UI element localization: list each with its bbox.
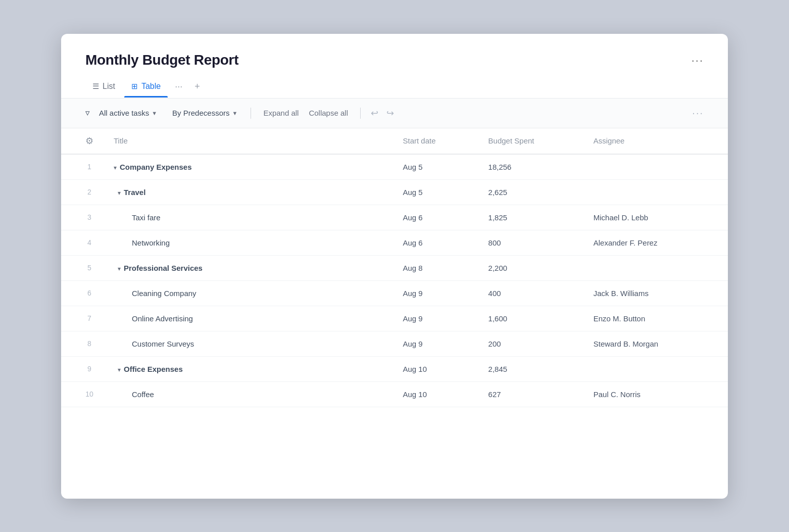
row-assignee: Alexander F. Perez — [583, 230, 728, 255]
table-row: 4NetworkingAug 6800Alexander F. Perez — [61, 230, 728, 255]
row-budget-spent: 2,845 — [478, 356, 583, 381]
row-assignee: Steward B. Morgan — [583, 331, 728, 356]
tab-more-button[interactable]: ··· — [170, 77, 187, 98]
budget-table: ⚙ Title Start date Budget Spent Assignee… — [61, 128, 728, 407]
row-budget-spent: 1,600 — [478, 306, 583, 331]
budget-col-header: Budget Spent — [478, 128, 583, 154]
row-budget-spent: 1,825 — [478, 205, 583, 230]
row-start-date: Aug 10 — [392, 381, 478, 407]
gear-icon[interactable]: ⚙ — [85, 136, 93, 146]
task-title: Networking — [132, 238, 170, 247]
chevron-icon: ▾ — [118, 189, 121, 197]
filter-caret-1: ▼ — [152, 110, 157, 116]
task-title: Taxi fare — [132, 213, 161, 222]
toolbar-separator-1 — [251, 108, 251, 119]
table-header-row: ⚙ Title Start date Budget Spent Assignee — [61, 128, 728, 154]
header: Monthly Budget Report ··· — [61, 34, 728, 68]
table-row: 2▾TravelAug 52,625 — [61, 179, 728, 205]
tab-list-label: List — [103, 82, 115, 91]
expand-all-button[interactable]: Expand all — [258, 106, 304, 120]
row-assignee: Michael D. Lebb — [583, 205, 728, 230]
all-active-tasks-filter[interactable]: All active tasks ▼ — [93, 106, 163, 120]
row-start-date: Aug 6 — [392, 230, 478, 255]
table-icon: ⊞ — [131, 82, 138, 91]
chevron-icon: ▾ — [118, 265, 121, 272]
task-title: Cleaning Company — [132, 289, 196, 298]
table-row: 6Cleaning CompanyAug 9400Jack B. William… — [61, 280, 728, 306]
table-row: 3Taxi fareAug 61,825Michael D. Lebb — [61, 205, 728, 230]
row-number: 2 — [61, 179, 104, 205]
tab-add-button[interactable]: + — [189, 77, 205, 98]
all-active-tasks-label: All active tasks — [99, 109, 149, 117]
filter-group: ▿ All active tasks ▼ By Predecessors ▼ — [85, 106, 243, 120]
tabs-bar: ☰ List ⊞ Table ··· + — [61, 68, 728, 99]
row-start-date: Aug 5 — [392, 154, 478, 180]
table-row: 9▾Office ExpensesAug 102,845 — [61, 356, 728, 381]
row-start-date: Aug 9 — [392, 280, 478, 306]
row-number: 4 — [61, 230, 104, 255]
row-number: 10 — [61, 381, 104, 407]
table-row: 10CoffeeAug 10627Paul C. Norris — [61, 381, 728, 407]
row-title: Cleaning Company — [104, 280, 392, 306]
row-budget-spent: 18,256 — [478, 154, 583, 180]
by-predecessors-label: By Predecessors — [172, 109, 229, 117]
tab-list[interactable]: ☰ List — [85, 78, 122, 97]
row-number: 9 — [61, 356, 104, 381]
row-assignee — [583, 356, 728, 381]
table-container: ⚙ Title Start date Budget Spent Assignee… — [61, 128, 728, 499]
row-budget-spent: 800 — [478, 230, 583, 255]
assignee-col-header: Assignee — [583, 128, 728, 154]
group-title: Office Expenses — [124, 365, 183, 373]
row-number: 1 — [61, 154, 104, 180]
row-number: 7 — [61, 306, 104, 331]
row-assignee — [583, 179, 728, 205]
row-number: 5 — [61, 255, 104, 280]
task-title: Online Advertising — [132, 314, 193, 323]
table-row: 5▾Professional ServicesAug 82,200 — [61, 255, 728, 280]
table-row: 1▾Company ExpensesAug 518,256 — [61, 154, 728, 180]
row-budget-spent: 627 — [478, 381, 583, 407]
header-more-button[interactable]: ··· — [692, 54, 704, 67]
filter-caret-2: ▼ — [232, 110, 237, 116]
title-col-header: Title — [104, 128, 392, 154]
group-title: Professional Services — [124, 264, 203, 272]
by-predecessors-filter[interactable]: By Predecessors ▼ — [166, 106, 243, 120]
table-row: 7Online AdvertisingAug 91,600Enzo M. But… — [61, 306, 728, 331]
row-title[interactable]: ▾Office Expenses — [104, 356, 392, 381]
tab-table[interactable]: ⊞ Table — [124, 78, 168, 97]
row-assignee — [583, 154, 728, 180]
row-title: Networking — [104, 230, 392, 255]
date-col-header: Start date — [392, 128, 478, 154]
chevron-icon: ▾ — [118, 366, 121, 373]
undo-button[interactable]: ↩ — [368, 106, 381, 121]
chevron-icon: ▾ — [114, 164, 117, 171]
row-budget-spent: 2,625 — [478, 179, 583, 205]
row-number: 3 — [61, 205, 104, 230]
row-assignee: Enzo M. Button — [583, 306, 728, 331]
row-start-date: Aug 10 — [392, 356, 478, 381]
filter-icon: ▿ — [85, 108, 90, 118]
row-title[interactable]: ▾Travel — [104, 179, 392, 205]
toolbar-more-button[interactable]: ··· — [692, 107, 704, 119]
list-icon: ☰ — [92, 82, 99, 91]
row-title[interactable]: ▾Company Expenses — [104, 154, 392, 180]
toolbar-separator-2 — [360, 108, 361, 119]
toolbar: ▿ All active tasks ▼ By Predecessors ▼ E… — [61, 99, 728, 128]
row-title[interactable]: ▾Professional Services — [104, 255, 392, 280]
row-start-date: Aug 9 — [392, 331, 478, 356]
row-title: Online Advertising — [104, 306, 392, 331]
tab-table-label: Table — [141, 82, 161, 91]
group-title: Company Expenses — [120, 163, 192, 171]
row-assignee — [583, 255, 728, 280]
settings-col-header: ⚙ — [61, 128, 104, 154]
row-budget-spent: 400 — [478, 280, 583, 306]
page-title: Monthly Budget Report — [85, 52, 238, 68]
group-title: Travel — [124, 188, 145, 197]
row-number: 6 — [61, 280, 104, 306]
redo-button[interactable]: ↪ — [383, 106, 397, 121]
row-start-date: Aug 9 — [392, 306, 478, 331]
row-number: 8 — [61, 331, 104, 356]
table-row: 8Customer SurveysAug 9200Steward B. Morg… — [61, 331, 728, 356]
collapse-all-button[interactable]: Collapse all — [304, 106, 353, 120]
row-budget-spent: 2,200 — [478, 255, 583, 280]
